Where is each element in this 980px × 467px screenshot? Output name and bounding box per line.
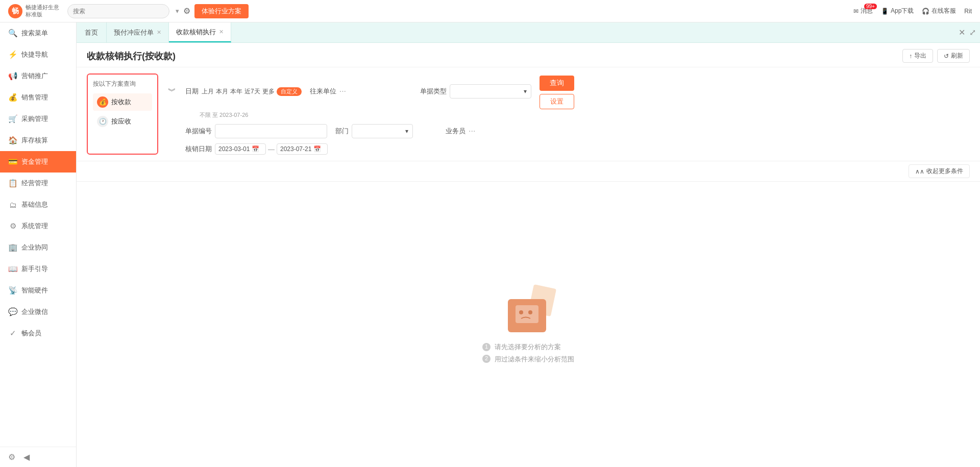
user-info[interactable]: Rit <box>964 8 972 15</box>
svg-point-3 <box>519 310 523 314</box>
date-this-month[interactable]: 本月 <box>216 87 228 96</box>
date-more[interactable]: 更多 <box>262 87 275 96</box>
sidebar-item-purchase[interactable]: 🛒 采购管理 <box>0 108 76 130</box>
verify-date-field: 核销日期 2023-03-01 📅 — 2023-07-21 📅 <box>185 143 328 155</box>
setting-btn[interactable]: 设置 <box>540 94 574 109</box>
wechat-icon: 💬 <box>8 307 17 316</box>
sidebar-item-marketing[interactable]: 📢 营销推广 <box>0 65 76 87</box>
date-no-limit-text: 不限 至 2023-07-26 <box>200 111 970 119</box>
tab-close-window-icon[interactable]: ✕ <box>959 28 965 37</box>
date-custom-badge[interactable]: 自定义 <box>277 87 302 96</box>
date-field: 日期 上月 本月 本年 近7天 更多 自定义 <box>185 87 302 96</box>
dept-select[interactable]: ▾ <box>352 124 413 138</box>
calendar-start-icon: 📅 <box>252 145 259 153</box>
collapse-more-section: ∧∧ 收起更多条件 <box>77 161 980 182</box>
sidebar-bottom: ⚙ ◀ <box>0 447 76 467</box>
page-header: 收款核销执行(按收款) ↑ 导出 ↺ 刷新 <box>77 43 980 67</box>
search-chevron-icon[interactable]: ▾ <box>176 7 179 15</box>
verify-date-start[interactable]: 2023-03-01 📅 <box>215 143 266 155</box>
query-btn[interactable]: 查询 <box>540 76 574 91</box>
search-bar[interactable] <box>67 4 169 18</box>
sidebar-item-inventory[interactable]: 🏠 库存核算 <box>0 130 76 151</box>
receipt-option-icon: 💰 <box>97 96 108 108</box>
tab-bar: 首页 预付冲应付单 ✕ 收款核销执行 ✕ ✕ ⤢ <box>77 22 980 43</box>
dept-chevron-icon: ▾ <box>405 128 408 135</box>
date-last-month[interactable]: 上月 <box>202 87 214 96</box>
refresh-icon: ↺ <box>944 53 949 60</box>
empty-svg <box>503 284 559 335</box>
collapse-more-btn[interactable]: ∧∧ 收起更多条件 <box>909 164 970 178</box>
sidebar-item-guide[interactable]: 📖 新手引导 <box>0 258 76 280</box>
sidebar-item-basic-info[interactable]: 🗂 基础信息 <box>0 194 76 215</box>
tab-receipt-close-icon[interactable]: ✕ <box>219 29 224 35</box>
app-logo: 畅 畅捷通好生意 标准版 <box>8 4 59 18</box>
dept-field: 部门 ▾ <box>335 124 437 138</box>
search-menu-icon: 🔍 <box>8 29 17 38</box>
sales-icon: 💰 <box>8 93 17 102</box>
staff-field: 业务员 ··· <box>446 127 548 136</box>
date-7days[interactable]: 近7天 <box>244 87 260 96</box>
sidebar: 🔍 搜索菜单 ⚡ 快捷导航 📢 营销推广 💰 销售管理 🛒 采购管理 🏠 库存核… <box>0 22 77 467</box>
content-area: 首页 预付冲应付单 ✕ 收款核销执行 ✕ ✕ ⤢ 收款核销执行(按收款) ↑ 导… <box>77 22 980 467</box>
system-icon: ⚙ <box>8 222 17 231</box>
collapse-icon: ∧∧ <box>915 168 924 175</box>
counterparty-ellipsis[interactable]: ··· <box>339 87 346 96</box>
filter-collapse-btn[interactable]: 》 <box>164 78 179 88</box>
messages-badge: 99+ <box>864 4 877 9</box>
staff-ellipsis[interactable]: ··· <box>469 127 475 136</box>
app-download-btn[interactable]: 📱 App下载 <box>881 7 914 15</box>
filter-panel: 按以下方案查询 💰 按收款 🕐 按应收 <box>87 73 158 155</box>
industry-btn[interactable]: 体验行业方案 <box>194 4 249 18</box>
export-icon: ↑ <box>909 53 912 60</box>
date-this-year[interactable]: 本年 <box>230 87 242 96</box>
logo-text: 畅捷通好生意 标准版 <box>26 4 59 17</box>
tab-expand-icon[interactable]: ⤢ <box>969 28 976 37</box>
refresh-btn[interactable]: ↺ 刷新 <box>937 49 970 63</box>
export-btn[interactable]: ↑ 导出 <box>902 49 933 63</box>
sidebar-item-operations[interactable]: 📋 经营管理 <box>0 173 76 194</box>
sidebar-item-funds[interactable]: 💳 资金管理 <box>0 151 76 173</box>
sidebar-item-member[interactable]: ✓ 畅会员 <box>0 323 76 344</box>
filter-area: 按以下方案查询 💰 按收款 🕐 按应收 》 日期 <box>77 67 980 161</box>
svg-point-4 <box>528 310 532 314</box>
doc-no-input[interactable] <box>215 124 327 138</box>
filter-option-receivable[interactable]: 🕐 按应收 <box>93 113 152 130</box>
filter-actions: 查询 设置 <box>540 73 574 109</box>
sidebar-item-wechat[interactable]: 💬 企业微信 <box>0 301 76 323</box>
sidebar-collapse-icon[interactable]: ◀ <box>23 452 30 462</box>
smart-hw-icon: 📡 <box>8 286 17 295</box>
empty-illustration <box>503 284 554 335</box>
sidebar-item-smart-hw[interactable]: 📡 智能硬件 <box>0 280 76 301</box>
filter-option-receipt[interactable]: 💰 按收款 <box>93 93 152 111</box>
tab-receipt[interactable]: 收款核销执行 ✕ <box>169 22 231 42</box>
basic-info-icon: 🗂 <box>8 201 17 209</box>
doc-type-select[interactable]: ▾ <box>450 84 531 99</box>
verify-date-end[interactable]: 2023-07-21 📅 <box>277 143 328 155</box>
search-input[interactable] <box>73 8 164 15</box>
svg-rect-2 <box>516 305 538 323</box>
sidebar-item-enterprise[interactable]: 🏢 企业协同 <box>0 237 76 258</box>
empty-tip-1: 1 请先选择要分析的方案 <box>482 341 574 353</box>
sidebar-item-system[interactable]: ⚙ 系统管理 <box>0 215 76 237</box>
page-title: 收款核销执行(按收款) <box>87 50 176 62</box>
sidebar-item-sales[interactable]: 💰 销售管理 <box>0 87 76 108</box>
tab-prepay[interactable]: 预付冲应付单 ✕ <box>107 22 169 42</box>
settings-gear-icon[interactable]: ⚙ <box>183 6 190 16</box>
tab-prepay-close-icon[interactable]: ✕ <box>157 29 161 36</box>
doc-type-chevron-icon: ▾ <box>524 88 527 95</box>
funds-icon: 💳 <box>8 157 17 166</box>
phone-icon: 📱 <box>881 8 889 15</box>
doc-type-field: 单据类型 ▾ <box>420 84 531 99</box>
filter-panel-title: 按以下方案查询 <box>93 80 152 88</box>
sidebar-item-search-menu[interactable]: 🔍 搜索菜单 <box>0 22 76 44</box>
main-layout: 🔍 搜索菜单 ⚡ 快捷导航 📢 营销推广 💰 销售管理 🛒 采购管理 🏠 库存核… <box>0 22 980 467</box>
verify-date-label: 核销日期 <box>185 144 212 154</box>
staff-label: 业务员 <box>446 127 465 136</box>
online-service-btn[interactable]: 🎧 在线客服 <box>922 7 956 15</box>
sidebar-item-quick-nav[interactable]: ⚡ 快捷导航 <box>0 44 76 65</box>
sidebar-settings-icon[interactable]: ⚙ <box>8 452 15 462</box>
filter-row-2: 单据编号 部门 ▾ 业务员 ··· <box>185 124 970 138</box>
member-icon: ✓ <box>8 329 17 338</box>
tab-home[interactable]: 首页 <box>77 22 107 42</box>
messages-btn[interactable]: ✉ 消息 99+ <box>853 7 873 15</box>
